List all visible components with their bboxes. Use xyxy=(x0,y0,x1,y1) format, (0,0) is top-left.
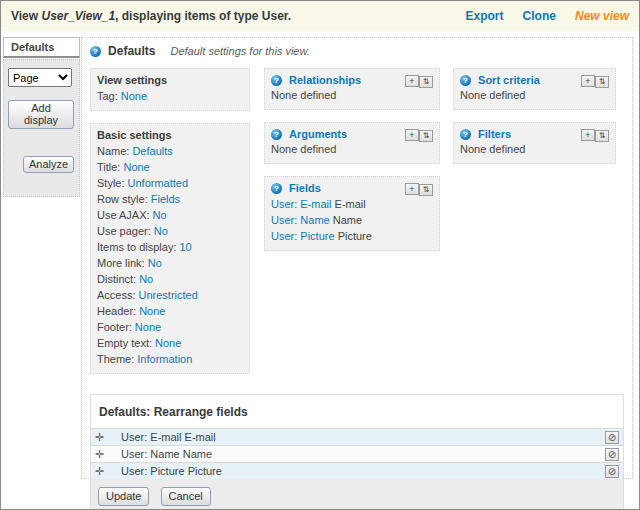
topbar-links: Export Clone New view xyxy=(449,9,629,23)
fields-actions: +⇅ xyxy=(405,182,433,196)
setting-label: Footer: xyxy=(97,321,132,333)
tab-defaults[interactable]: Defaults xyxy=(3,37,80,58)
field-suffix: Name xyxy=(333,214,362,226)
title-prefix: View xyxy=(11,9,38,23)
export-link[interactable]: Export xyxy=(465,9,503,23)
setting-label: Header: xyxy=(97,305,136,317)
setting-value-link[interactable]: Information xyxy=(137,353,192,365)
filters-title-link[interactable]: Filters xyxy=(478,128,511,140)
setting-value-link[interactable]: No xyxy=(148,257,162,269)
rearrange-row-label: User: Name Name xyxy=(121,448,605,460)
form-actions: Update Cancel xyxy=(91,479,623,510)
field-link[interactable]: User: E-mail xyxy=(271,198,332,210)
help-icon[interactable]: ? xyxy=(271,129,282,140)
setting-row: Empty text:None xyxy=(97,335,243,351)
setting-value-link[interactable]: Defaults xyxy=(132,145,172,157)
drag-handle-icon[interactable]: ✛ xyxy=(95,465,109,478)
sort-criteria-header: +⇅ ? Sort criteria xyxy=(460,74,609,86)
setting-value-link[interactable]: No xyxy=(154,225,168,237)
relationships-actions: +⇅ xyxy=(405,74,433,88)
clone-link[interactable]: Clone xyxy=(523,9,556,23)
column-2: +⇅ ? Relationships None defined +⇅ ? Arg… xyxy=(264,68,440,386)
add-argument-button[interactable]: + xyxy=(405,129,419,141)
rearrange-filters-button[interactable]: ⇅ xyxy=(595,130,609,142)
setting-row: Theme:Information xyxy=(97,351,243,367)
rearrange-row-label: User: Picture Picture xyxy=(121,465,605,477)
page-title: View User_View_1, displaying items of ty… xyxy=(11,9,291,23)
setting-value-link[interactable]: Unformatted xyxy=(128,177,189,189)
arguments-header: +⇅ ? Arguments xyxy=(271,128,433,140)
column-1: View settings Tag:None Basic settings Na… xyxy=(90,68,250,386)
analyze-button[interactable]: Analyze xyxy=(23,156,74,173)
arguments-title-link[interactable]: Arguments xyxy=(289,128,347,140)
setting-row: Tag:None xyxy=(97,88,243,104)
rearrange-row: ✛ User: Picture Picture ⊘ xyxy=(91,462,623,479)
drag-handle-icon[interactable]: ✛ xyxy=(95,448,109,461)
rearrange-fields-button[interactable]: ⇅ xyxy=(419,184,433,196)
help-icon[interactable]: ? xyxy=(90,46,101,57)
setting-value-link[interactable]: None xyxy=(139,305,165,317)
cancel-button[interactable]: Cancel xyxy=(161,487,211,506)
setting-value-link[interactable]: Fields xyxy=(151,193,180,205)
arguments-box: +⇅ ? Arguments None defined xyxy=(264,122,440,164)
setting-value-link[interactable]: None xyxy=(121,90,147,102)
view-settings-box: View settings Tag:None xyxy=(90,68,250,111)
setting-row: Access:Unrestricted xyxy=(97,287,243,303)
field-link[interactable]: User: Name xyxy=(271,214,330,226)
add-field-button[interactable]: + xyxy=(405,183,419,195)
remove-field-button[interactable]: ⊘ xyxy=(605,431,619,444)
rearrange-row: ✛ User: Name Name ⊘ xyxy=(91,445,623,462)
fields-box: +⇅ ? Fields User: E-mail E-mail User: Na… xyxy=(264,176,440,251)
help-icon[interactable]: ? xyxy=(271,183,282,194)
setting-row: Header:None xyxy=(97,303,243,319)
help-icon[interactable]: ? xyxy=(271,75,282,86)
setting-value-link[interactable]: No xyxy=(139,273,153,285)
setting-row: Distinct:No xyxy=(97,271,243,287)
rearrange-relationships-button[interactable]: ⇅ xyxy=(419,76,433,88)
help-icon[interactable]: ? xyxy=(460,129,471,140)
setting-row: Use AJAX:No xyxy=(97,207,243,223)
field-link[interactable]: User: Picture xyxy=(271,230,335,242)
remove-field-button[interactable]: ⊘ xyxy=(605,448,619,461)
views-ui-page: View User_View_1, displaying items of ty… xyxy=(0,0,640,510)
add-display-button[interactable]: Add display xyxy=(8,100,74,129)
relationships-title-link[interactable]: Relationships xyxy=(289,74,361,86)
setting-value-link[interactable]: None xyxy=(123,161,149,173)
fields-title-link[interactable]: Fields xyxy=(289,182,321,194)
field-suffix: E-mail xyxy=(335,198,366,210)
rearrange-row: ✛ User: E-mail E-mail ⊘ xyxy=(91,428,623,445)
topbar: View User_View_1, displaying items of ty… xyxy=(1,1,639,31)
display-sidebar: Defaults Page Add display Analyze xyxy=(3,37,80,197)
sort-criteria-title-link[interactable]: Sort criteria xyxy=(478,74,540,86)
setting-value-link[interactable]: None xyxy=(155,337,181,349)
field-suffix: Picture xyxy=(338,230,372,242)
add-sort-button[interactable]: + xyxy=(581,75,595,87)
rearrange-arguments-button[interactable]: ⇅ xyxy=(419,130,433,142)
setting-row: Use pager:No xyxy=(97,223,243,239)
add-filter-button[interactable]: + xyxy=(581,129,595,141)
sort-criteria-box: +⇅ ? Sort criteria None defined xyxy=(453,68,616,110)
setting-row: Items to display:10 xyxy=(97,239,243,255)
setting-label: Use AJAX: xyxy=(97,209,150,221)
drag-handle-icon[interactable]: ✛ xyxy=(95,431,109,444)
setting-value-link[interactable]: 10 xyxy=(179,241,191,253)
filters-box: +⇅ ? Filters None defined xyxy=(453,122,616,164)
setting-label: Items to display: xyxy=(97,241,176,253)
rearrange-sorts-button[interactable]: ⇅ xyxy=(595,76,609,88)
field-item: User: Picture Picture xyxy=(271,228,433,244)
display-type-select[interactable]: Page xyxy=(8,68,72,87)
add-relationship-button[interactable]: + xyxy=(405,75,419,87)
update-button[interactable]: Update xyxy=(98,487,149,506)
main-subtitle: Default settings for this view. xyxy=(170,45,309,57)
setting-row: Style:Unformatted xyxy=(97,175,243,191)
setting-label: More link: xyxy=(97,257,145,269)
setting-value-link[interactable]: No xyxy=(153,209,167,221)
setting-row: Title:None xyxy=(97,159,243,175)
display-controls-panel: Page Add display Analyze xyxy=(3,59,80,197)
setting-row: Name:Defaults xyxy=(97,143,243,159)
setting-value-link[interactable]: None xyxy=(135,321,161,333)
setting-value-link[interactable]: Unrestricted xyxy=(139,289,198,301)
new-view-link[interactable]: New view xyxy=(575,9,629,23)
help-icon[interactable]: ? xyxy=(460,75,471,86)
remove-field-button[interactable]: ⊘ xyxy=(605,465,619,478)
